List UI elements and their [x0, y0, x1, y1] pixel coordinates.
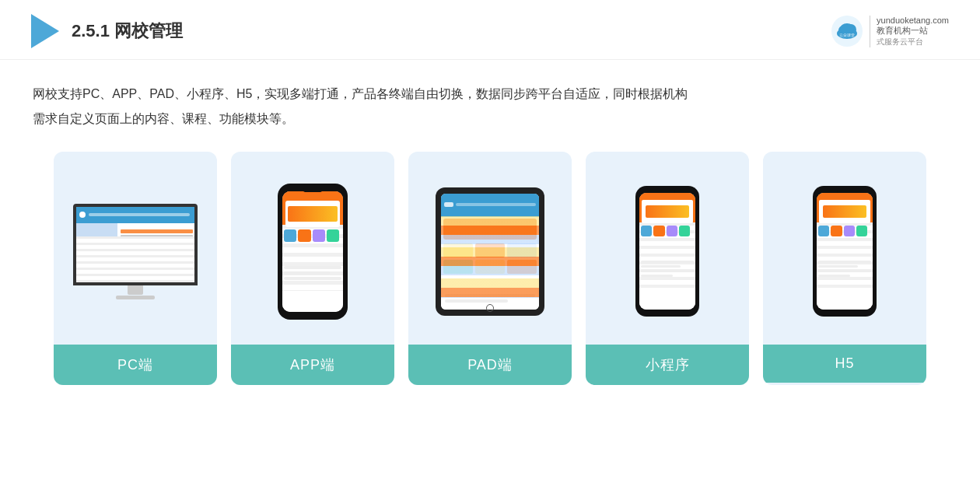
pc-screen-inner [76, 207, 194, 282]
brand-name-line1: 教育机构一站 [877, 25, 928, 37]
pad-mockup [436, 187, 544, 316]
h5-image-area [775, 173, 914, 329]
description-line1: 网校支持PC、APP、PAD、小程序、H5，实现多端打通，产品各终端自由切换，数… [33, 82, 947, 107]
page-title: 2.5.1 网校管理 [72, 19, 183, 43]
cards-section: PC端 [0, 144, 980, 401]
phone-mockup-app [278, 184, 348, 320]
small-phone-notch-miniprogram [660, 190, 675, 193]
header: 2.5.1 网校管理 云朵课堂 yunduoketang.com 教育机构一站 … [0, 0, 980, 60]
app-image-area [243, 173, 382, 329]
phone-screen-content-app [282, 191, 343, 312]
phone-mockup-h5 [813, 186, 877, 317]
pc-stand [128, 285, 143, 295]
small-phone-screen-h5 [817, 193, 873, 310]
card-pc-label: PC端 [54, 345, 217, 385]
svg-text:云朵课堂: 云朵课堂 [839, 33, 855, 37]
pc-mockup [73, 204, 198, 299]
pad-screen-content [441, 194, 539, 310]
card-miniprogram-label: 小程序 [586, 345, 749, 385]
card-miniprogram: 小程序 [586, 152, 749, 385]
small-phone-screen-content-miniprogram [639, 193, 695, 310]
brand-url: yunduoketang.com [877, 16, 949, 25]
phone-outer-app [278, 184, 348, 320]
card-pad: PAD端 [408, 152, 572, 385]
brand-text: yunduoketang.com 教育机构一站 式服务云平台 [870, 16, 949, 47]
description-line2: 需求自定义页面上的内容、课程、功能模块等。 [33, 107, 947, 131]
small-phone-screen-content-h5 [817, 193, 873, 310]
header-right: 云朵课堂 yunduoketang.com 教育机构一站 式服务云平台 [831, 15, 949, 47]
pad-image-area [421, 173, 559, 329]
card-h5: H5 [763, 152, 926, 385]
pad-home-button [486, 304, 494, 312]
description-block: 网校支持PC、APP、PAD、小程序、H5，实现多端打通，产品各终端自由切换，数… [0, 60, 980, 144]
pc-base [116, 296, 155, 299]
miniprogram-image-area [598, 173, 737, 329]
logo-triangle-icon [31, 14, 59, 48]
card-h5-label: H5 [763, 345, 926, 383]
brand-name-line2: 式服务云平台 [877, 37, 923, 47]
title-main: 网校管理 [114, 21, 183, 40]
brand-cloud-icon: 云朵课堂 [831, 15, 863, 47]
pc-image-area [66, 173, 205, 329]
pc-screen [73, 204, 198, 285]
small-phone-screen-miniprogram [639, 193, 695, 310]
header-left: 2.5.1 网校管理 [31, 14, 183, 48]
page-container: 2.5.1 网校管理 云朵课堂 yunduoketang.com 教育机构一站 … [0, 0, 980, 490]
phone-screen-app [282, 191, 343, 312]
title-prefix: 2.5.1 [72, 21, 114, 40]
card-app-label: APP端 [231, 345, 394, 385]
brand-logo: 云朵课堂 yunduoketang.com 教育机构一站 式服务云平台 [831, 15, 949, 47]
card-pad-label: PAD端 [408, 345, 572, 385]
card-pc: PC端 [54, 152, 217, 385]
pad-screen [441, 194, 539, 310]
card-app: APP端 [231, 152, 394, 385]
small-phone-notch-h5 [837, 190, 852, 193]
small-phone-outer-h5 [813, 186, 877, 317]
pad-outer [436, 187, 544, 316]
phone-mockup-miniprogram [635, 186, 699, 317]
small-phone-outer-miniprogram [635, 186, 699, 317]
phone-notch-app [303, 188, 322, 192]
